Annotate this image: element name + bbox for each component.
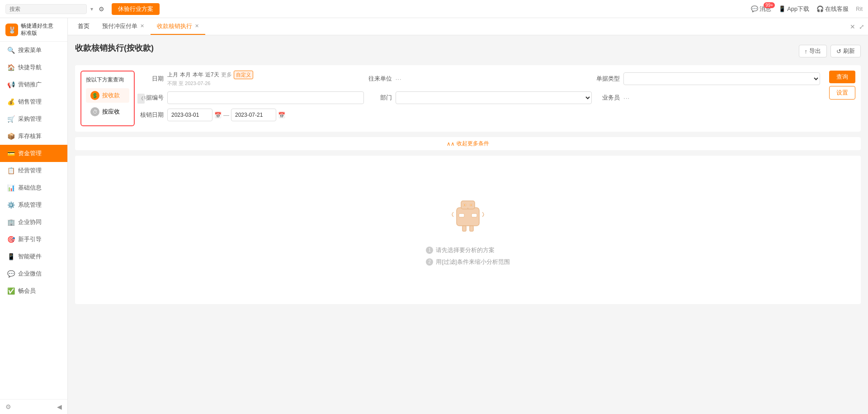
tab-home-label: 首页	[78, 22, 90, 30]
sidebar-item-label: 经营管理	[18, 167, 42, 175]
tab-home[interactable]: 首页	[71, 19, 96, 35]
tab-close-all-icon[interactable]: ✕	[850, 23, 855, 30]
filter-settings-button[interactable]: 设置	[829, 86, 855, 100]
sidebar-item-purchase[interactable]: 🛒 采购管理	[0, 110, 67, 128]
filter-date-row: 日期 上月 本月 本年 近7天 更多 自定义 不限 至	[140, 71, 364, 87]
sidebar-footer: ⚙ ◀	[0, 399, 67, 414]
page-title: 收款核销执行(按收款)	[75, 43, 154, 53]
tab-receipt-writeoff[interactable]: 收款核销执行 ✕	[151, 19, 205, 35]
sidebar-item-label: 营销推广	[18, 81, 42, 89]
app-label: App下载	[787, 5, 809, 13]
service-icon: 🎧	[816, 5, 824, 12]
message-badge: 99+	[764, 2, 775, 8]
tab-receipt-writeoff-close[interactable]: ✕	[195, 23, 199, 29]
by-receivable-icon: ⏱	[90, 107, 99, 116]
dept-select[interactable]	[396, 91, 592, 104]
sidebar-item-label: 快捷导航	[18, 63, 42, 71]
svg-rect-10	[470, 226, 473, 231]
sidebar-item-label: 搜索菜单	[18, 46, 42, 54]
sidebar-item-system[interactable]: ⚙️ 系统管理	[0, 196, 67, 214]
guide-icon: 🎯	[7, 236, 14, 243]
sidebar-item-marketing[interactable]: 📢 营销推广	[0, 76, 67, 93]
collapse-more-button[interactable]: ∧∧ 收起更多条件	[75, 137, 861, 150]
top-bar-right: 💬 消息 99+ 📱 App下载 🎧 在线客服 Rit	[751, 5, 863, 13]
filter-dept-row: 部门	[368, 91, 592, 104]
sidebar-item-label: 新手引导	[18, 235, 42, 243]
docnumber-input[interactable]	[167, 91, 364, 104]
partner-dots[interactable]: ···	[396, 76, 402, 82]
top-search-input[interactable]	[5, 4, 87, 14]
empty-tip-2: 2 用[过滤]条件来缩小分析范围	[426, 256, 509, 268]
wechat-icon: 💬	[7, 270, 14, 277]
doctype-select[interactable]	[623, 72, 820, 85]
sidebar-collapse-icon[interactable]: ◀	[57, 403, 62, 410]
date-last-month[interactable]: 上月	[167, 71, 178, 79]
online-service-button[interactable]: 🎧 在线客服	[816, 5, 849, 13]
member-icon: ✅	[7, 287, 14, 295]
date-range-info: 不限 至 2023-07-26	[167, 80, 364, 87]
tab-prepay-close[interactable]: ✕	[140, 23, 144, 29]
sidebar-item-basic-info[interactable]: 📊 基础信息	[0, 179, 67, 196]
sidebar-item-wechat[interactable]: 💬 企业微信	[0, 265, 67, 282]
dept-label: 部门	[368, 94, 392, 102]
filter-option-by-receivable[interactable]: ⏱ 按应收	[86, 105, 129, 119]
date-this-month[interactable]: 本月	[180, 71, 191, 79]
sidebar-item-label: 企业协同	[18, 218, 42, 226]
tab-prepay[interactable]: 预付冲应付单 ✕	[96, 19, 151, 35]
sidebar-settings-icon[interactable]: ⚙	[5, 403, 11, 410]
user-name[interactable]: Rit	[856, 6, 863, 12]
search-menu-icon: 🔍	[7, 47, 14, 54]
purchase-icon: 🛒	[7, 115, 14, 123]
system-icon: ⚙️	[7, 201, 14, 209]
date-more[interactable]: 更多	[221, 71, 232, 79]
settings-icon[interactable]: ⚙	[99, 5, 104, 13]
writeoff-end-calendar-icon[interactable]: 📅	[278, 112, 285, 119]
app-icon: 📱	[778, 5, 786, 12]
svg-rect-8	[472, 214, 477, 217]
tabs-actions: ✕ ⤢	[850, 23, 864, 30]
page-content: 收款核销执行(按收款) ↑ 导出 ↺ 刷新 按以下方案查询	[68, 35, 868, 414]
date-7days[interactable]: 近7天	[205, 71, 219, 79]
date-custom[interactable]: 自定义	[234, 71, 253, 79]
empty-state: 1 请先选择要分析的方案 2 用[过滤]条件来缩小分析范围	[75, 156, 861, 304]
writeoff-date-label: 核销日期	[140, 111, 164, 119]
sidebar-item-label: 采购管理	[18, 115, 42, 123]
export-button[interactable]: ↑ 导出	[799, 45, 827, 57]
doctype-label: 单据类型	[596, 75, 620, 83]
sidebar: 🐰 畅捷通好生意 标准版 🔍 搜索菜单 🏠 快捷导航 📢 营销推广 💰 销售管理…	[0, 18, 68, 414]
search-dropdown-arrow[interactable]: ▾	[90, 6, 93, 12]
tab-receipt-writeoff-label: 收款核销执行	[157, 22, 192, 30]
sidebar-item-guide[interactable]: 🎯 新手引导	[0, 231, 67, 248]
salesman-dots[interactable]: ···	[623, 95, 630, 101]
sidebar-item-quick-nav[interactable]: 🏠 快捷导航	[0, 59, 67, 76]
empty-tip-1-text: 请先选择要分析的方案	[436, 244, 495, 256]
refresh-button[interactable]: ↺ 刷新	[830, 45, 861, 57]
sidebar-item-cooperation[interactable]: 🏢 企业协同	[0, 214, 67, 231]
filter-option-by-receipt[interactable]: 💲 按收款	[86, 88, 129, 103]
export-icon: ↑	[805, 48, 808, 55]
sidebar-item-hardware[interactable]: 📱 智能硬件	[0, 248, 67, 265]
inventory-icon: 📦	[7, 133, 14, 140]
app-download-button[interactable]: 📱 App下载	[778, 5, 809, 13]
filter-collapse-button[interactable]: 《	[137, 94, 145, 104]
sidebar-item-operations[interactable]: 📋 经营管理	[0, 162, 67, 179]
date-this-year[interactable]: 本年	[193, 71, 203, 79]
writeoff-date-range: 📅 — 📅	[167, 109, 365, 121]
empty-illustration	[445, 192, 491, 237]
writeoff-start-calendar-icon[interactable]: 📅	[214, 112, 222, 119]
writeoff-end-date[interactable]	[231, 109, 276, 121]
query-buttons: 查询 设置	[829, 71, 855, 126]
solution-button[interactable]: 休验行业方案	[112, 3, 160, 15]
sidebar-item-search-menu[interactable]: 🔍 搜索菜单	[0, 42, 67, 59]
writeoff-start-date[interactable]	[167, 109, 212, 121]
message-button[interactable]: 💬 消息 99+	[751, 5, 771, 13]
tabs-bar: 首页 预付冲应付单 ✕ 收款核销执行 ✕ ✕ ⤢	[68, 18, 868, 35]
filter-selector: 按以下方案查询 💲 按收款 ⏱ 按应收	[80, 71, 135, 126]
sidebar-item-member[interactable]: ✅ 畅会员	[0, 282, 67, 300]
sidebar-item-finance[interactable]: 💳 资金管理	[0, 145, 67, 162]
filter-doctype-row: 单据类型	[596, 71, 820, 87]
sidebar-item-sales[interactable]: 💰 销售管理	[0, 93, 67, 110]
sidebar-item-inventory[interactable]: 📦 库存核算	[0, 128, 67, 145]
query-button[interactable]: 查询	[829, 71, 855, 83]
tab-fullscreen-icon[interactable]: ⤢	[859, 23, 864, 30]
